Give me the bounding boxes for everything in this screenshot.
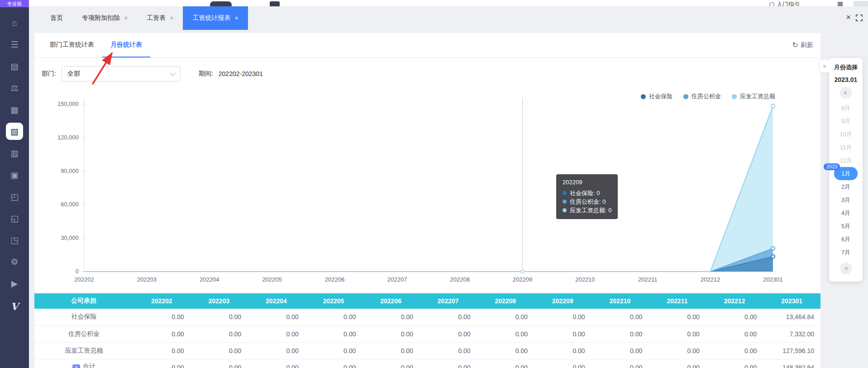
cell-value: 0.00 (534, 325, 591, 342)
home-icon: ⌂ (12, 19, 17, 27)
cell-value: 0.00 (706, 309, 763, 325)
edition-badge: 专业版 (0, 0, 29, 7)
svg-text:60,000: 60,000 (61, 201, 79, 208)
close-all-tabs-button[interactable]: × (846, 13, 851, 21)
month-item-m1[interactable]: 1月2023 (834, 167, 858, 180)
month-item-m3[interactable]: 3月 (829, 193, 863, 206)
legend-item[interactable]: 住房公积金 (683, 92, 721, 100)
sidebar-item-assets[interactable]: ◰ (0, 186, 29, 207)
sidebar-item-inventory[interactable]: ▥ (0, 142, 29, 164)
cell-value: 0.00 (362, 359, 420, 368)
chevron-up-icon: « (840, 91, 852, 95)
topbar: 入门指引 ▦ (29, 0, 868, 6)
cell-value: 127,596.10 (763, 342, 820, 359)
month-label: 11月 (840, 144, 852, 151)
month-item-m4[interactable]: 4月 (829, 206, 863, 220)
row-label: ¥合计 (34, 359, 133, 368)
cell-value: 0.00 (534, 359, 591, 368)
user-widget[interactable] (854, 1, 868, 6)
sidebar-item-apps[interactable]: ▶ (0, 272, 29, 294)
person-icon (769, 2, 774, 7)
cell-value: 13,464.84 (763, 309, 820, 325)
legend-item[interactable]: 社会保险 (641, 92, 672, 100)
month-item-m6[interactable]: 6月 (829, 233, 863, 246)
legend-item[interactable]: 应发工资总额 (732, 92, 775, 100)
sidebar-item-vouchers[interactable]: ☰ (0, 33, 29, 55)
cell-value: 0.00 (706, 342, 763, 359)
cell-value: 148,392.94 (763, 359, 820, 368)
table-header-month: 202203 (191, 293, 248, 309)
scroll-up-button[interactable]: « (840, 87, 852, 99)
tab-salary-report[interactable]: 工资统计报表× (183, 6, 248, 30)
month-item-m10[interactable]: 10月 (829, 128, 863, 141)
sidebar-item-taxes[interactable]: ◱ (0, 207, 29, 229)
subtab-month[interactable]: 月份统计表 (102, 33, 150, 57)
legend-dot (641, 94, 646, 99)
sidebar-nav: ⌂☰▤⚖▦▧▥▣◰◱◳⚙▶ (0, 12, 29, 294)
funds-icon: ⚖ (10, 84, 18, 92)
fullscreen-icon[interactable] (856, 14, 863, 21)
legend-dot (732, 94, 737, 99)
topbar-widget[interactable] (210, 1, 232, 6)
chart-area: 社会保险住房公积金应发工资总额 030,00060,00090,000120,0… (34, 86, 820, 285)
month-item-m2[interactable]: 2月 (829, 180, 863, 193)
cell-value: 0.00 (191, 342, 248, 359)
cell-value: 0.00 (133, 359, 191, 368)
sidebar-item-home[interactable]: ⌂ (0, 12, 29, 33)
month-panel-title: 月份选择 (829, 63, 863, 72)
refresh-label: 刷新 (801, 41, 813, 49)
cell-value: 0.00 (248, 342, 305, 359)
cell-value: 0.00 (591, 309, 649, 325)
cell-value: 0.00 (133, 309, 191, 325)
month-item-m7[interactable]: 7月 (829, 246, 863, 259)
cell-value: 0.00 (649, 325, 706, 342)
table-header-row: 公司承担202202202203202204202205202206202207… (34, 293, 820, 309)
legend-label: 社会保险 (649, 92, 672, 100)
tab-salary-sheet[interactable]: 工资表× (137, 6, 183, 30)
sidebar-item-reports[interactable]: ▤ (0, 55, 29, 77)
cell-value: 0.00 (305, 325, 362, 342)
month-item-m11[interactable]: 11月 (829, 141, 863, 154)
tab-close-icon[interactable]: × (234, 15, 238, 21)
department-select[interactable]: 全部 (62, 66, 181, 81)
reports-icon: ▤ (10, 62, 19, 71)
scroll-down-button[interactable]: « (840, 263, 852, 274)
month-label: 9月 (841, 118, 850, 124)
apps-grid-icon[interactable]: ▦ (837, 0, 843, 6)
table-header-month: 202204 (248, 293, 305, 309)
cell-value: 0.00 (133, 325, 191, 342)
checkout-icon: ▣ (10, 171, 19, 179)
contacts-icon: ◳ (10, 236, 19, 244)
month-item-m5[interactable]: 5月 (829, 220, 863, 233)
cell-value: 0.00 (420, 359, 477, 368)
table-header-month: 202206 (362, 293, 420, 309)
salary-trend-chart[interactable]: 030,00060,00090,000120,000150,0002022022… (34, 86, 820, 285)
month-label: 4月 (841, 210, 850, 216)
sidebar-item-settings[interactable]: ⚙ (0, 251, 29, 272)
svg-text:202212: 202212 (701, 276, 720, 283)
taxes-icon: ◱ (10, 214, 19, 223)
refresh-button[interactable]: ↻ 刷新 (792, 33, 813, 57)
svg-text:150,000: 150,000 (57, 100, 79, 107)
sidebar-item-funds[interactable]: ⚖ (0, 77, 29, 99)
svg-text:202205: 202205 (262, 276, 281, 283)
sidebar-item-invoices[interactable]: ▦ (0, 99, 29, 120)
cell-value: 0.00 (477, 359, 534, 368)
tab-close-icon[interactable]: × (124, 15, 128, 21)
subtab-department[interactable]: 部门工资统计表 (42, 33, 102, 57)
assets-icon: ◰ (10, 192, 19, 201)
month-item-m8[interactable]: 8月 (829, 101, 863, 115)
sidebar-item-salary[interactable]: ▧ (0, 120, 29, 142)
help-link[interactable]: 入门指引 (769, 0, 800, 6)
svg-text:202301: 202301 (763, 276, 782, 283)
cell-value: 0.00 (305, 342, 362, 359)
topbar-widget-small[interactable] (270, 1, 280, 6)
tab-home[interactable]: 首页 (41, 6, 72, 30)
collapse-panel-button[interactable]: » (820, 60, 829, 72)
sidebar-item-contacts[interactable]: ◳ (0, 229, 29, 251)
tab-close-icon[interactable]: × (170, 15, 173, 21)
tab-special-deduction[interactable]: 专项附加扣除× (72, 6, 137, 30)
month-item-m9[interactable]: 9月 (829, 115, 863, 128)
cell-value: 0.00 (477, 309, 534, 325)
sidebar-item-checkout[interactable]: ▣ (0, 164, 29, 186)
